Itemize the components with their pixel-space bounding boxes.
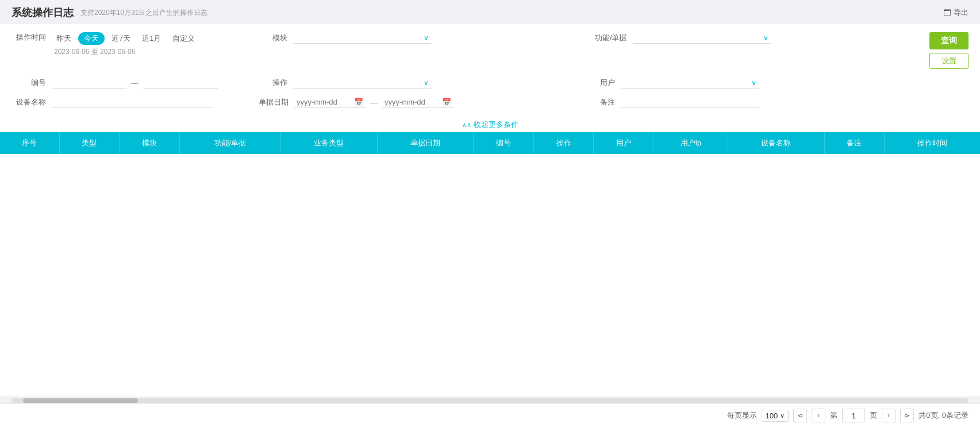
date-end-input[interactable] — [382, 97, 440, 107]
user-filter-group: 用户 ∨ — [575, 77, 897, 89]
filter-area: 操作时间 昨天 今天 近7天 近1月 自定义 2023-06-06 至 2023… — [0, 24, 980, 132]
function-label: 功能/单据 — [587, 33, 627, 43]
export-icon: 🗔 — [943, 8, 951, 17]
export-label: 导出 — [954, 7, 969, 18]
filter-row-1: 操作时间 昨天 今天 近7天 近1月 自定义 2023-06-06 至 2023… — [11, 32, 969, 69]
user-label: 用户 — [575, 78, 615, 88]
date-start-input[interactable] — [294, 97, 352, 107]
operation-chevron-icon[interactable]: ∨ — [421, 78, 431, 88]
next-page-button[interactable]: › — [882, 409, 896, 422]
col-remark: 备注 — [824, 132, 884, 154]
collapse-chevron-icon: ∧∧ — [462, 121, 471, 129]
time-buttons: 昨天 今天 近7天 近1月 自定义 — [52, 32, 199, 45]
page-label: 第 — [830, 410, 837, 421]
col-userip: 用户ip — [654, 132, 728, 154]
col-number: 编号 — [474, 132, 533, 154]
header-left: 系统操作日志 支持2020年10月31日之后产生的操作日志 — [11, 6, 207, 20]
module-input[interactable] — [293, 32, 421, 43]
total-info: 共0页, 0条记录 — [918, 410, 969, 421]
number-dash: — — [131, 79, 139, 87]
col-user: 用户 — [594, 132, 654, 154]
table-header: 序号 类型 模块 功能/单据 业务类型 单据日期 编号 操作 用户 用户ip 设… — [0, 132, 980, 154]
col-operation: 操作 — [533, 132, 593, 154]
module-select[interactable]: ∨ — [293, 32, 431, 44]
device-filter-group: 设备名称 — [11, 97, 253, 108]
page-unit: 页 — [870, 410, 877, 421]
time-btn-today[interactable]: 今天 — [78, 32, 105, 45]
filter-row-2: 编号 — 操作 ∨ 用户 — [11, 77, 969, 89]
col-seq: 序号 — [0, 132, 59, 154]
prev-page-button[interactable]: ‹ — [812, 409, 825, 422]
scrollbar-thumb[interactable] — [23, 398, 138, 403]
number-input-end[interactable] — [143, 77, 218, 89]
query-button[interactable]: 查询 — [929, 32, 969, 49]
filter-row-3: 设备名称 单据日期 📅 — 📅 — [11, 97, 969, 108]
remark-input[interactable] — [621, 97, 759, 108]
col-function: 功能/单据 — [179, 132, 280, 154]
col-device: 设备名称 — [728, 132, 824, 154]
page-container: 系统操作日志 支持2020年10月31日之后产生的操作日志 🗔 导出 操作时间 … — [0, 0, 980, 427]
function-filter-group: 功能/单据 ∨ — [587, 32, 921, 44]
operation-label: 操作 — [253, 78, 287, 88]
collapse-row: ∧∧ 收起更多条件 — [0, 116, 980, 132]
col-optime: 操作时间 — [884, 132, 980, 154]
user-input[interactable] — [621, 77, 749, 88]
export-button[interactable]: 🗔 导出 — [943, 7, 969, 18]
time-btn-custom[interactable]: 自定义 — [168, 32, 199, 45]
page-subtitle: 支持2020年10月31日之后产生的操作日志 — [80, 8, 207, 18]
function-chevron-icon[interactable]: ∨ — [761, 33, 771, 43]
time-label: 操作时间 — [11, 32, 46, 43]
module-filter-group: 模块 ∨ — [253, 32, 587, 44]
time-btn-1month[interactable]: 近1月 — [137, 32, 166, 45]
first-page-button[interactable]: ⊲ — [793, 409, 807, 422]
function-select[interactable]: ∨ — [633, 32, 771, 44]
calendar-end-icon[interactable]: 📅 — [440, 97, 454, 107]
date-end-wrap: 📅 — [382, 97, 454, 108]
per-page-label: 每页显示 — [727, 410, 757, 421]
collapse-button[interactable]: ∧∧ 收起更多条件 — [462, 120, 518, 130]
col-vdate: 单据日期 — [377, 132, 474, 154]
module-label: 模块 — [253, 33, 287, 43]
last-page-button[interactable]: ⊳ — [900, 409, 914, 422]
number-label: 编号 — [11, 78, 46, 88]
device-input[interactable] — [52, 97, 213, 108]
per-page-chevron-icon: ∨ — [780, 412, 785, 420]
operation-filter-group: 操作 ∨ — [253, 77, 575, 89]
data-table: 序号 类型 模块 功能/单据 业务类型 单据日期 编号 操作 用户 用户ip 设… — [0, 132, 980, 154]
pagination-bar: 每页显示 100 ∨ ⊲ ‹ 第 页 › ⊳ 共0页, 0条记录 — [0, 403, 980, 427]
page-number-input[interactable] — [842, 409, 865, 422]
col-biztype: 业务类型 — [281, 132, 378, 154]
table-container: 序号 类型 模块 功能/单据 业务类型 单据日期 编号 操作 用户 用户ip 设… — [0, 132, 980, 397]
col-module: 模块 — [120, 132, 179, 154]
voucher-date-filter-group: 单据日期 📅 — 📅 — [253, 97, 575, 108]
action-buttons: 查询 设置 — [929, 32, 969, 69]
number-input-start[interactable] — [52, 77, 126, 89]
col-type: 类型 — [59, 132, 119, 154]
user-select[interactable]: ∨ — [621, 77, 759, 89]
device-label: 设备名称 — [11, 97, 46, 107]
per-page-value: 100 — [766, 411, 778, 420]
time-btn-7days[interactable]: 近7天 — [107, 32, 135, 45]
page-title: 系统操作日志 — [11, 6, 74, 20]
remark-filter-group: 备注 — [575, 97, 897, 108]
date-dash: — — [370, 98, 378, 107]
number-filter-group: 编号 — — [11, 77, 253, 89]
time-filter-group: 操作时间 昨天 今天 近7天 近1月 自定义 2023-06-06 至 2023… — [11, 32, 253, 57]
page-header: 系统操作日志 支持2020年10月31日之后产生的操作日志 🗔 导出 — [0, 0, 980, 24]
time-range-display: 2023-06-06 至 2023-06-06 — [54, 47, 199, 57]
scrollbar-area — [0, 397, 980, 403]
module-chevron-icon[interactable]: ∨ — [421, 33, 431, 43]
time-btn-yesterday[interactable]: 昨天 — [52, 32, 76, 45]
operation-input[interactable] — [293, 77, 421, 88]
operation-select[interactable]: ∨ — [293, 77, 431, 89]
calendar-start-icon[interactable]: 📅 — [352, 97, 366, 107]
user-chevron-icon[interactable]: ∨ — [749, 78, 759, 88]
collapse-label: 收起更多条件 — [474, 120, 518, 130]
voucher-date-label: 单据日期 — [253, 97, 289, 107]
scrollbar-track — [11, 398, 969, 403]
settings-button[interactable]: 设置 — [929, 53, 969, 69]
time-filter-content: 昨天 今天 近7天 近1月 自定义 2023-06-06 至 2023-06-0… — [52, 32, 199, 57]
date-start-wrap: 📅 — [294, 97, 366, 108]
function-input[interactable] — [633, 32, 761, 43]
per-page-select[interactable]: 100 ∨ — [762, 410, 789, 422]
